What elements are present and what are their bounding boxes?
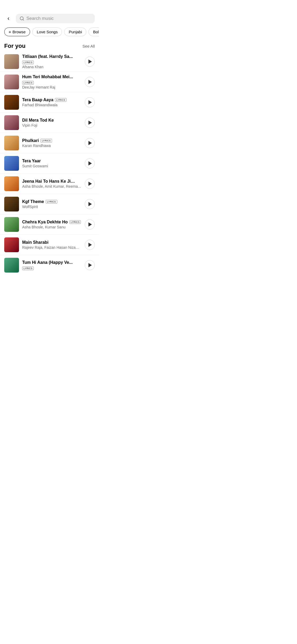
album-art-image — [4, 75, 19, 89]
album-art — [4, 176, 19, 191]
lyrics-badge: LYRICS — [46, 200, 57, 204]
song-title: Dil Mera Tod Ke — [22, 118, 54, 123]
song-title: Tum Hi Aana (Happy Ve... — [22, 260, 73, 265]
album-art — [4, 156, 19, 171]
chip-punjabi-label: Punjabi — [69, 30, 82, 34]
chip-bolly[interactable]: Bolly... — [88, 27, 99, 36]
song-item[interactable]: Titliaan (feat. Harrdy Sa...LYRICSAfsana… — [0, 52, 99, 72]
song-title: Kgf Theme — [22, 199, 44, 204]
chip-love-songs-label: Love Songs — [37, 30, 58, 34]
album-art-image — [4, 95, 19, 110]
song-title: Tera Yaar — [22, 159, 41, 163]
song-artist: Rajeev Raja, Faizan Hasan Nizami,... — [22, 245, 82, 250]
play-button[interactable] — [85, 219, 95, 229]
album-art — [4, 136, 19, 150]
song-title: Phulkari — [22, 138, 39, 143]
play-button[interactable] — [85, 138, 95, 148]
song-item[interactable]: Tera YaarSumit Goswami — [0, 153, 99, 174]
song-item[interactable]: Kgf ThemeLYRICSWolfSpirit — [0, 194, 99, 214]
song-info: Main SharabiRajeev Raja, Faizan Hasan Ni… — [22, 240, 82, 250]
album-art-image — [4, 258, 19, 273]
back-button[interactable]: ‹ — [4, 14, 13, 23]
browse-icon: ≡ — [9, 30, 11, 34]
song-artist: Farhad Bhiwandiwala — [22, 103, 82, 107]
play-icon — [88, 243, 92, 247]
play-button[interactable] — [85, 240, 95, 250]
song-artist: Vipin Foji — [22, 123, 82, 127]
album-art-image — [4, 156, 19, 171]
album-art — [4, 217, 19, 232]
chip-punjabi[interactable]: Punjabi — [64, 27, 86, 36]
song-info: Tera YaarSumit Goswami — [22, 159, 82, 168]
song-title-row: Dil Mera Tod Ke — [22, 118, 82, 123]
song-artist: Asha Bhosle, Amit Kumar, Reema... — [22, 184, 82, 188]
play-button[interactable] — [85, 260, 95, 270]
album-art — [4, 95, 19, 110]
play-button[interactable] — [85, 118, 95, 128]
play-icon — [88, 141, 92, 145]
album-art-image — [4, 136, 19, 150]
play-button[interactable] — [85, 199, 95, 209]
search-bar[interactable]: Search music — [16, 14, 95, 23]
lyrics-badge: LYRICS — [69, 220, 81, 224]
play-button[interactable] — [85, 179, 95, 189]
song-title-row: PhulkariLYRICS — [22, 138, 82, 143]
song-item[interactable]: Jeena Hai To Hans Ke Jiyo - 2Asha Bhosle… — [0, 174, 99, 194]
song-item[interactable]: Chehra Kya Dekhte HoLYRICSAsha Bhosle, K… — [0, 214, 99, 235]
song-title-row: Tera Yaar — [22, 159, 82, 163]
album-art-image — [4, 176, 19, 191]
section-header: For you See All — [0, 39, 99, 52]
play-button[interactable] — [85, 77, 95, 87]
see-all-button[interactable]: See All — [82, 44, 95, 48]
play-icon — [88, 202, 92, 206]
song-title: Tera Baap Aaya — [22, 98, 53, 102]
lyrics-badge: LYRICS — [22, 61, 34, 64]
chip-browse-label: Browse — [12, 30, 26, 34]
search-icon — [20, 16, 24, 21]
song-title-row: Main Sharabi — [22, 240, 82, 245]
song-info: Chehra Kya Dekhte HoLYRICSAsha Bhosle, K… — [22, 220, 82, 229]
song-artist: WolfSpirit — [22, 205, 82, 209]
song-info: Hum Teri Mohabbat Mei...LYRICSDeeJay Hem… — [22, 75, 82, 89]
play-icon — [88, 100, 92, 104]
song-item[interactable]: Tum Hi Aana (Happy Ve...LYRICS — [0, 255, 99, 275]
song-title: Jeena Hai To Hans Ke Jiyo - 2 — [22, 179, 75, 184]
play-icon — [88, 121, 92, 125]
play-button[interactable] — [85, 158, 95, 168]
album-art — [4, 258, 19, 273]
song-item[interactable]: Tera Baap AayaLYRICSFarhad Bhiwandiwala — [0, 92, 99, 113]
song-item[interactable]: Main SharabiRajeev Raja, Faizan Hasan Ni… — [0, 235, 99, 255]
album-art — [4, 75, 19, 89]
song-title-row: Jeena Hai To Hans Ke Jiyo - 2 — [22, 179, 82, 184]
lyrics-badge: LYRICS — [55, 98, 67, 102]
song-item[interactable]: Hum Teri Mohabbat Mei...LYRICSDeeJay Hem… — [0, 72, 99, 92]
svg-line-1 — [23, 19, 23, 20]
play-button[interactable] — [85, 57, 95, 67]
song-title-row: Tera Baap AayaLYRICS — [22, 98, 82, 102]
back-chevron-icon: ‹ — [7, 15, 9, 22]
chip-browse[interactable]: ≡ Browse — [4, 27, 30, 36]
song-info: Titliaan (feat. Harrdy Sa...LYRICSAfsana… — [22, 54, 82, 69]
song-info: Tera Baap AayaLYRICSFarhad Bhiwandiwala — [22, 98, 82, 107]
song-list: Titliaan (feat. Harrdy Sa...LYRICSAfsana… — [0, 52, 99, 275]
song-title: Main Sharabi — [22, 240, 49, 245]
status-bar — [0, 0, 99, 12]
lyrics-badge: LYRICS — [40, 139, 52, 142]
play-button[interactable] — [85, 97, 95, 107]
header: ‹ Search music — [0, 12, 99, 26]
song-artist: Asha Bhosle, Kumar Sanu — [22, 225, 82, 229]
album-art — [4, 237, 19, 252]
song-artist: Karan Randhawa — [22, 144, 82, 148]
chip-love-songs[interactable]: Love Songs — [32, 27, 62, 36]
song-title-row: Titliaan (feat. Harrdy Sa...LYRICS — [22, 54, 82, 64]
album-art-image — [4, 54, 19, 69]
play-icon — [88, 263, 92, 267]
song-info: Kgf ThemeLYRICSWolfSpirit — [22, 199, 82, 209]
song-title-row: Chehra Kya Dekhte HoLYRICS — [22, 220, 82, 224]
song-info: Dil Mera Tod KeVipin Foji — [22, 118, 82, 127]
song-item[interactable]: PhulkariLYRICSKaran Randhawa — [0, 133, 99, 153]
play-icon — [88, 161, 92, 165]
song-item[interactable]: Dil Mera Tod KeVipin Foji — [0, 113, 99, 133]
album-art-image — [4, 237, 19, 252]
album-art — [4, 197, 19, 211]
